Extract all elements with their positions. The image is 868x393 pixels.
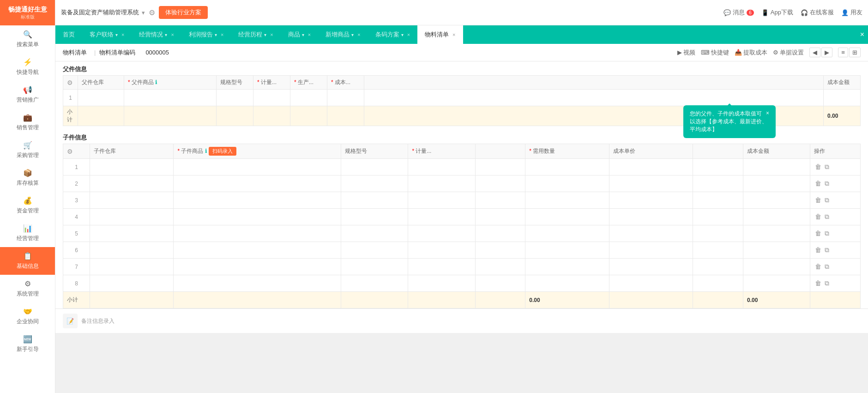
child-row5-copy[interactable]: ⧉ xyxy=(824,229,830,238)
sub-header-tab2[interactable]: 物料清单编码 xyxy=(99,48,135,57)
sidebar-item-marketing[interactable]: 📢 营销推广 xyxy=(0,81,55,109)
gear-button[interactable]: ⚙ xyxy=(149,8,155,17)
child-row7-qty[interactable] xyxy=(525,259,609,275)
child-row1-unit-cost[interactable] xyxy=(609,159,693,175)
tab-new-goods[interactable]: 新增商品 ▾ × xyxy=(318,25,368,44)
child-row1-spec[interactable] xyxy=(341,159,408,175)
child-row7-unit-cost[interactable] xyxy=(609,259,693,275)
child-row2-unit[interactable] xyxy=(408,175,475,192)
scan-button[interactable]: 扫码录入 xyxy=(209,147,236,156)
tab-op-history-close[interactable]: × xyxy=(270,32,273,37)
child-row8-spec[interactable] xyxy=(341,275,408,292)
parent-row1-product[interactable] xyxy=(124,90,217,106)
child-row5-unit-cost[interactable] xyxy=(609,225,693,242)
child-row3-delete[interactable]: 🗑 xyxy=(814,195,822,205)
sidebar-item-inventory[interactable]: 📦 库存核算 xyxy=(0,164,55,192)
tab-customer-close[interactable]: × xyxy=(121,32,124,37)
child-row2-warehouse[interactable] xyxy=(90,175,174,192)
list-view[interactable]: ≡ xyxy=(838,48,848,57)
tab-bom[interactable]: 物料清单 × xyxy=(417,25,463,44)
tab-new-goods-close[interactable]: × xyxy=(357,32,360,37)
app-download-button[interactable]: 📱 App下载 xyxy=(761,8,793,17)
tab-operation-status[interactable]: 经营情况 ▾ × xyxy=(132,25,181,44)
child-row3-qty[interactable] xyxy=(525,192,609,209)
nav-prev[interactable]: ◀ xyxy=(809,48,820,57)
user-button[interactable]: 👤 用友 xyxy=(841,8,862,17)
child-row4-spec[interactable] xyxy=(341,209,408,225)
child-row4-unit-cost[interactable] xyxy=(609,209,693,225)
child-row8-delete[interactable]: 🗑 xyxy=(814,278,822,288)
system-dropdown-icon[interactable]: ▾ xyxy=(142,9,145,16)
sidebar-item-guide[interactable]: 🆕 新手引导 xyxy=(0,330,55,358)
child-row7-unit[interactable] xyxy=(408,259,475,275)
child-row3-spec[interactable] xyxy=(341,192,408,209)
sidebar-item-collab[interactable]: 🤝 企业协同 xyxy=(0,302,55,330)
tab-customer[interactable]: 客户联络 ▾ × xyxy=(82,25,132,44)
tab-home[interactable]: 首页 xyxy=(55,25,82,44)
shortcut-button[interactable]: ⌨ 快捷键 xyxy=(701,48,729,57)
sidebar-item-sales[interactable]: 💼 销售管理 xyxy=(0,109,55,136)
child-row1-qty[interactable] xyxy=(525,159,609,175)
child-row5-delete[interactable]: 🗑 xyxy=(814,229,822,238)
child-row3-unit-cost[interactable] xyxy=(609,192,693,209)
tab-goods[interactable]: 商品 ▾ × xyxy=(281,25,318,44)
tab-barcode[interactable]: 条码方案 ▾ × xyxy=(368,25,417,44)
sidebar-item-finance[interactable]: 💰 资金管理 xyxy=(0,192,55,219)
child-row4-delete[interactable]: 🗑 xyxy=(814,212,822,221)
child-row8-unit-cost[interactable] xyxy=(609,275,693,292)
tab-close-all[interactable]: × xyxy=(860,30,864,39)
parent-row1-produce[interactable] xyxy=(290,90,327,106)
child-row2-spec[interactable] xyxy=(341,175,408,192)
child-row6-unit-cost[interactable] xyxy=(609,242,693,259)
child-row2-delete[interactable]: 🗑 xyxy=(814,179,822,188)
child-row2-product[interactable] xyxy=(174,175,341,192)
message-button[interactable]: 💬 消息 6 xyxy=(723,8,754,17)
single-setting-button[interactable]: ⚙ 单据设置 xyxy=(773,48,804,57)
child-row5-spec[interactable] xyxy=(341,225,408,242)
child-row1-product[interactable] xyxy=(174,159,341,175)
parent-row1-warehouse[interactable] xyxy=(78,90,124,106)
child-row1-unit[interactable] xyxy=(408,159,475,175)
nav-next[interactable]: ▶ xyxy=(821,48,832,57)
child-row8-copy[interactable]: ⧉ xyxy=(824,278,830,288)
child-row6-copy[interactable]: ⧉ xyxy=(824,245,830,255)
child-row8-qty[interactable] xyxy=(525,275,609,292)
child-row8-warehouse[interactable] xyxy=(90,275,174,292)
child-row1-delete[interactable]: 🗑 xyxy=(814,162,822,171)
view-button[interactable]: ▶ 视频 xyxy=(677,48,695,57)
sidebar-item-operation[interactable]: 📊 经营管理 xyxy=(0,219,55,247)
grid-view[interactable]: ⊞ xyxy=(849,48,861,57)
child-row7-copy[interactable]: ⧉ xyxy=(824,262,830,272)
child-row2-unit-cost[interactable] xyxy=(609,175,693,192)
sub-header-tab1[interactable]: 物料清单 xyxy=(63,48,87,57)
extract-cost-button[interactable]: 📥 提取成本 xyxy=(735,48,767,57)
tab-op-history[interactable]: 经营历程 ▾ × xyxy=(231,25,280,44)
child-row4-warehouse[interactable] xyxy=(90,209,174,225)
bottom-note-icon[interactable]: 📝 xyxy=(63,314,78,328)
child-row6-qty[interactable] xyxy=(525,242,609,259)
child-row8-unit[interactable] xyxy=(408,275,475,292)
child-row3-product[interactable] xyxy=(174,192,341,209)
child-row6-spec[interactable] xyxy=(341,242,408,259)
child-row3-warehouse[interactable] xyxy=(90,192,174,209)
child-row5-product[interactable] xyxy=(174,225,341,242)
child-row2-qty[interactable] xyxy=(525,175,609,192)
child-row1-copy[interactable]: ⧉ xyxy=(824,162,830,172)
parent-row1-spec[interactable] xyxy=(217,90,253,106)
tab-op-status-close[interactable]: × xyxy=(171,32,174,37)
tab-profit-close[interactable]: × xyxy=(221,32,223,37)
child-row2-copy[interactable]: ⧉ xyxy=(824,179,830,188)
child-row3-unit[interactable] xyxy=(408,192,475,209)
sidebar-item-purchase[interactable]: 🛒 采购管理 xyxy=(0,136,55,164)
child-row4-copy[interactable]: ⧉ xyxy=(824,212,830,222)
child-row5-qty[interactable] xyxy=(525,225,609,242)
sidebar-item-basic[interactable]: 📋 基础信息 xyxy=(0,247,55,275)
support-button[interactable]: 🎧 在线客服 xyxy=(801,8,834,17)
tab-bom-close[interactable]: × xyxy=(452,32,455,37)
child-row6-warehouse[interactable] xyxy=(90,242,174,259)
tooltip-close[interactable]: × xyxy=(766,110,769,116)
tab-barcode-close[interactable]: × xyxy=(407,32,410,37)
child-row6-delete[interactable]: 🗑 xyxy=(814,245,822,254)
child-row7-warehouse[interactable] xyxy=(90,259,174,275)
child-row5-unit[interactable] xyxy=(408,225,475,242)
